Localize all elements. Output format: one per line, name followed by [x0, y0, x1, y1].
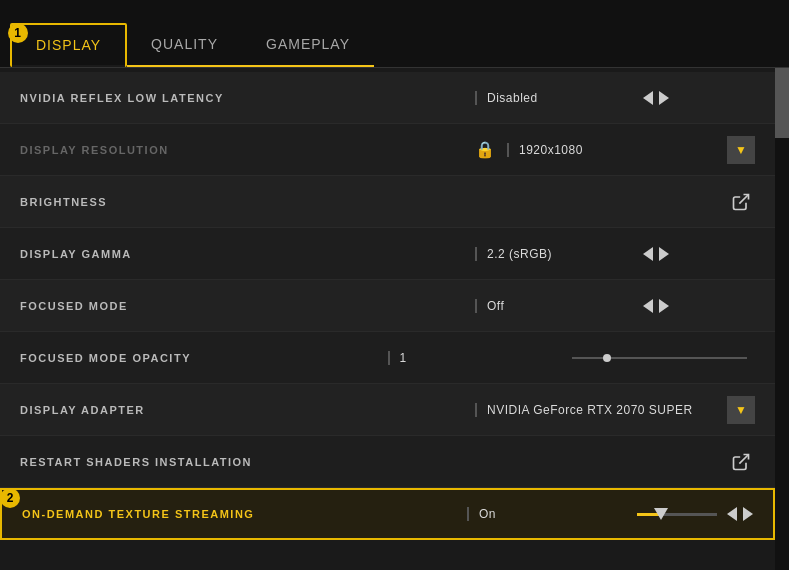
display-resolution-control: 🔒 1920x1080 [475, 136, 755, 164]
texture-streaming-control: On [467, 507, 753, 521]
texture-streaming-arrow-right[interactable] [743, 507, 753, 521]
setting-row-nvidia-reflex: NVIDIA REFLEX LOW LATENCY Disabled [0, 72, 775, 124]
svg-line-0 [739, 194, 748, 203]
display-gamma-value: 2.2 (sRGB) [475, 247, 635, 261]
focused-mode-opacity-control: 1 [388, 351, 756, 365]
display-adapter-dropdown[interactable] [727, 396, 755, 424]
setting-row-focused-mode: FOCUSED MODE Off [0, 280, 775, 332]
focused-opacity-track[interactable] [572, 357, 748, 359]
texture-streaming-track[interactable] [637, 513, 717, 516]
scrollbar[interactable] [775, 68, 789, 570]
setting-row-display-adapter: DISPLAY ADAPTER NVIDIA GeForce RTX 2070 … [0, 384, 775, 436]
display-gamma-label: DISPLAY GAMMA [20, 248, 475, 260]
app-container: 1 Display Quality Gameplay NVIDIA REFLEX… [0, 0, 789, 570]
tab-gameplay[interactable]: Gameplay [242, 23, 374, 67]
display-gamma-arrow-right[interactable] [659, 247, 669, 261]
tab-gameplay-label: Gameplay [266, 36, 350, 52]
display-resolution-dropdown[interactable] [727, 136, 755, 164]
tab-display-badge: 1 [8, 23, 28, 43]
tab-display-label: Display [36, 37, 101, 53]
nvidia-reflex-arrow-right[interactable] [659, 91, 669, 105]
nvidia-reflex-control: Disabled [475, 91, 755, 105]
brightness-control [475, 188, 755, 216]
display-adapter-value: NVIDIA GeForce RTX 2070 SUPER [475, 403, 693, 417]
display-gamma-arrow-left[interactable] [643, 247, 653, 261]
nvidia-reflex-arrows [643, 91, 669, 105]
focused-mode-opacity-label: FOCUSED MODE OPACITY [20, 352, 388, 364]
setting-row-brightness: BRIGHTNESS [0, 176, 775, 228]
texture-streaming-slider-container [633, 513, 721, 516]
setting-row-focused-mode-opacity: FOCUSED MODE OPACITY 1 [0, 332, 775, 384]
setting-row-restart-shaders: RESTART SHADERS INSTALLATION [0, 436, 775, 488]
display-gamma-arrows [643, 247, 669, 261]
lock-icon: 🔒 [475, 140, 495, 159]
restart-shaders-external-icon[interactable] [727, 448, 755, 476]
nvidia-reflex-label: NVIDIA REFLEX LOW LATENCY [20, 92, 475, 104]
settings-list: NVIDIA REFLEX LOW LATENCY Disabled DISPL… [0, 68, 775, 544]
texture-streaming-arrow-left[interactable] [727, 507, 737, 521]
display-adapter-control: NVIDIA GeForce RTX 2070 SUPER [475, 396, 755, 424]
texture-streaming-thumb [654, 508, 668, 520]
focused-mode-arrow-left[interactable] [643, 299, 653, 313]
display-gamma-control: 2.2 (sRGB) [475, 247, 755, 261]
scrollbar-thumb[interactable] [775, 68, 789, 138]
tab-quality[interactable]: Quality [127, 23, 242, 67]
display-resolution-label: DISPLAY RESOLUTION [20, 144, 475, 156]
focused-mode-value: Off [475, 299, 635, 313]
setting-row-display-resolution: DISPLAY RESOLUTION 🔒 1920x1080 [0, 124, 775, 176]
tabs-bar: 1 Display Quality Gameplay [0, 0, 789, 68]
focused-mode-opacity-value: 1 [388, 351, 548, 365]
tab-display[interactable]: 1 Display [10, 23, 127, 67]
display-resolution-value: 1920x1080 [507, 143, 667, 157]
texture-streaming-badge: 2 [0, 488, 20, 508]
texture-streaming-label: ON-DEMAND TEXTURE STREAMING [22, 508, 467, 520]
nvidia-reflex-arrow-left[interactable] [643, 91, 653, 105]
texture-streaming-value: On [467, 507, 627, 521]
focused-mode-arrows [643, 299, 669, 313]
texture-streaming-arrows [727, 507, 753, 521]
setting-row-display-gamma: DISPLAY GAMMA 2.2 (sRGB) [0, 228, 775, 280]
focused-opacity-dot [603, 354, 611, 362]
restart-shaders-label: RESTART SHADERS INSTALLATION [20, 456, 475, 468]
tab-quality-label: Quality [151, 36, 218, 52]
setting-row-texture-streaming: 2 ON-DEMAND TEXTURE STREAMING On [0, 488, 775, 540]
brightness-label: BRIGHTNESS [20, 196, 475, 208]
svg-line-1 [739, 454, 748, 463]
nvidia-reflex-value: Disabled [475, 91, 635, 105]
display-adapter-label: DISPLAY ADAPTER [20, 404, 475, 416]
focused-mode-label: FOCUSED MODE [20, 300, 475, 312]
focused-mode-arrow-right[interactable] [659, 299, 669, 313]
restart-shaders-control [475, 448, 755, 476]
focused-mode-control: Off [475, 299, 755, 313]
brightness-external-icon[interactable] [727, 188, 755, 216]
focused-opacity-slider-container [564, 357, 756, 359]
